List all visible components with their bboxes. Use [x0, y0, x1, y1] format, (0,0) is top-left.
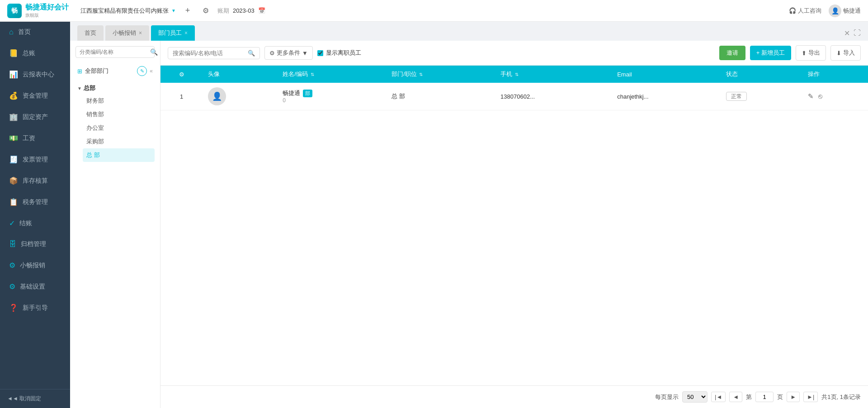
- sidebar-item-ledger[interactable]: 📒 总账: [0, 43, 70, 64]
- expand-icon: ▼: [77, 86, 82, 91]
- employee-toolbar: 🔍 ⚙ 更多条件 ▼ 显示离职员工 邀请: [160, 41, 868, 66]
- export-button[interactable]: ⬆ 导出: [796, 45, 826, 61]
- logout-action-icon[interactable]: ⎋: [818, 92, 822, 100]
- dept-item-zongbu[interactable]: 总 部: [83, 148, 155, 162]
- sidebar-item-home[interactable]: ⌂ 首页: [0, 22, 70, 43]
- period-label: 账期: [217, 7, 229, 15]
- dept-item-caigou[interactable]: 采购部: [83, 135, 155, 148]
- inventory-icon: 📦: [9, 176, 18, 185]
- col-dept-position[interactable]: 部门/职位 ⇅: [386, 66, 495, 83]
- capital-icon: 💰: [9, 91, 18, 100]
- show-resigned-checkbox[interactable]: [317, 50, 323, 56]
- dept-root[interactable]: ▼ 总部: [75, 82, 155, 94]
- settings-icon[interactable]: ⚙: [199, 5, 212, 17]
- invite-button[interactable]: 邀请: [719, 46, 745, 60]
- edit-action-icon[interactable]: ✎: [808, 92, 814, 100]
- employee-search-box[interactable]: 🔍: [168, 47, 260, 59]
- next-page-button[interactable]: ►: [787, 392, 800, 402]
- add-employee-button[interactable]: + 新增员工: [750, 46, 791, 60]
- company-selector[interactable]: 江西服宝精品有限责任公司内账张 ▼: [80, 7, 176, 15]
- employee-table: ⚙ 头像 姓名/编码 ⇅ 部门/职位 ⇅: [160, 66, 868, 385]
- sidebar-unpin-button[interactable]: ◄◄ 取消固定: [0, 389, 70, 408]
- grid-icon: ⊞: [77, 68, 82, 75]
- dept-search-input[interactable]: [80, 49, 147, 55]
- col-status: 状态: [721, 66, 802, 83]
- sidebar-item-guide[interactable]: ❓ 新手引导: [0, 297, 70, 318]
- phone-sort-icon: ⇅: [515, 72, 519, 77]
- dept-collapse-button[interactable]: «: [150, 68, 153, 74]
- dept-panel: 🔍 ⊞ 全部部门 ✎ « ▼ 总部 财务部: [70, 41, 160, 408]
- col-phone[interactable]: 手机 ⇅: [495, 66, 612, 83]
- dept-item-caiwu[interactable]: 财务部: [83, 94, 155, 108]
- top-header: 畅 畅捷通好会计 旗舰版 江西服宝精品有限责任公司内账张 ▼ + ⚙ 账期 20…: [0, 0, 868, 22]
- dept-item-bangongshi[interactable]: 办公室: [83, 121, 155, 135]
- tab-home[interactable]: 首页: [77, 25, 104, 41]
- tab-dept-employee[interactable]: 部门员工 ×: [151, 25, 195, 41]
- logo-icon: 畅: [7, 4, 22, 18]
- dept-tree-children: 财务部 销售部 办公室 采购部 总 部: [75, 94, 155, 162]
- page-size-label: 每页显示: [655, 393, 679, 401]
- sidebar-item-invoice[interactable]: 🧾 发票管理: [0, 149, 70, 170]
- dept-item-xiaoshou[interactable]: 销售部: [83, 108, 155, 121]
- tab-home-label: 首页: [85, 29, 96, 37]
- page-number-input[interactable]: [755, 392, 774, 402]
- dept-root-label: 总部: [84, 84, 95, 92]
- sidebar-item-label: 归档管理: [21, 240, 46, 248]
- add-button[interactable]: +: [181, 5, 194, 17]
- settings-nav-icon: ⚙: [9, 282, 15, 291]
- employee-avatar: 👤: [208, 87, 226, 105]
- sidebar-item-settings[interactable]: ⚙ 基础设置: [0, 276, 70, 297]
- tab-dept-employee-close[interactable]: ×: [184, 30, 188, 36]
- sidebar-item-assets[interactable]: 🏢 固定资产: [0, 106, 70, 128]
- sidebar: ⌂ 首页 📒 总账 📊 云报表中心 💰 资金管理 🏢 固定资产 💵 工资 🧾 发…: [0, 22, 70, 408]
- dept-edit-button[interactable]: ✎: [137, 66, 147, 76]
- calendar-icon[interactable]: 📅: [258, 7, 265, 14]
- window-close-icon[interactable]: ✕: [844, 29, 850, 38]
- logo-area: 畅 畅捷通好会计 旗舰版: [7, 3, 75, 19]
- col-settings-icon[interactable]: ⚙: [179, 71, 184, 78]
- sidebar-item-label: 总账: [23, 49, 35, 57]
- user-area[interactable]: 👤 畅捷通: [829, 5, 861, 17]
- import-button[interactable]: ⬇ 导入: [830, 45, 861, 61]
- page-unit: 页: [777, 393, 783, 401]
- tab-expense[interactable]: 小畅报销 ×: [105, 25, 149, 41]
- avatar-icon: 👤: [212, 91, 222, 101]
- row-actions: ✎ ⎋: [802, 83, 868, 110]
- employee-search-icon[interactable]: 🔍: [248, 50, 255, 57]
- prev-page-button[interactable]: ◄: [729, 392, 742, 402]
- tab-window-controls: ✕ ⛶: [844, 29, 861, 38]
- sidebar-item-label: 首页: [18, 28, 31, 36]
- toolbar-right: 邀请 + 新增员工 ⬆ 导出 ⬇ 导入: [719, 45, 861, 61]
- name-sort-icon: ⇅: [311, 72, 314, 77]
- dept-search-box[interactable]: 🔍: [75, 46, 155, 58]
- col-actions: 操作: [802, 66, 868, 83]
- sidebar-item-label: 发票管理: [23, 156, 48, 164]
- sidebar-item-salary[interactable]: 💵 工资: [0, 128, 70, 149]
- period-value[interactable]: 2023-03: [233, 7, 255, 14]
- support-button[interactable]: 🎧 人工咨询: [789, 7, 821, 15]
- last-page-button[interactable]: ►|: [803, 392, 818, 402]
- sidebar-item-inventory[interactable]: 📦 库存核算: [0, 170, 70, 191]
- sidebar-item-tax[interactable]: 📋 税务管理: [0, 191, 70, 213]
- sidebar-item-settle[interactable]: ✓ 结账: [0, 213, 70, 234]
- invoice-icon: 🧾: [9, 155, 18, 164]
- tab-expense-close[interactable]: ×: [139, 30, 142, 36]
- dept-all-depts[interactable]: ⊞ 全部部门 ✎ «: [75, 63, 155, 79]
- dept-search-icon[interactable]: 🔍: [150, 48, 158, 56]
- row-email: chanjethkj...: [612, 83, 721, 110]
- row-status: 正常: [721, 83, 802, 110]
- col-name-code[interactable]: 姓名/编码 ⇅: [277, 66, 386, 83]
- employee-search-input[interactable]: [173, 50, 245, 57]
- show-resigned-label[interactable]: 显示离职员工: [326, 49, 361, 57]
- reports-icon: 📊: [9, 70, 18, 79]
- first-page-button[interactable]: |◄: [711, 392, 726, 402]
- sidebar-item-reports[interactable]: 📊 云报表中心: [0, 64, 70, 85]
- app-name: 畅捷通好会计: [25, 3, 69, 12]
- sidebar-item-archive[interactable]: 🗄 归档管理: [0, 234, 70, 255]
- filter-button[interactable]: ⚙ 更多条件 ▼: [264, 46, 313, 60]
- page-size-select[interactable]: 50 100 200: [682, 391, 708, 403]
- sidebar-item-capital[interactable]: 💰 资金管理: [0, 85, 70, 106]
- assets-icon: 🏢: [9, 113, 18, 121]
- sidebar-item-expense[interactable]: ⚙ 小畅报销: [0, 255, 70, 276]
- window-maximize-icon[interactable]: ⛶: [854, 29, 861, 38]
